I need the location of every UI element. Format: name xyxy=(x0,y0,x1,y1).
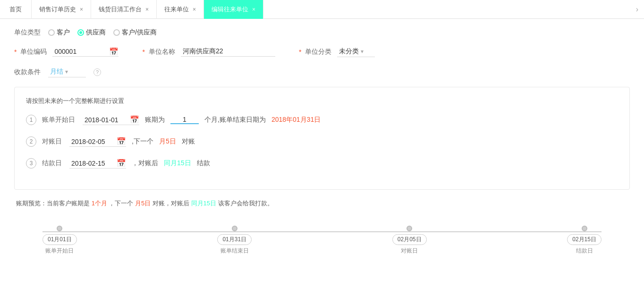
tab-partner[interactable]: 往来单位 × xyxy=(157,0,204,19)
tab-partner-label: 往来单位 xyxy=(164,5,189,14)
radio-customer-label: 客户 xyxy=(57,28,70,37)
timeline-label-2: 对账日 xyxy=(401,247,418,255)
preview-row: 账期预览：当前客户账期是 1个月 ，下一个 月5日 对账，对账后 同月15日 该… xyxy=(14,199,630,208)
unit-name-star: * xyxy=(142,48,144,56)
step-num-2: 2 xyxy=(26,136,36,147)
step1-suffix: 个月,账单结束日期为 xyxy=(204,116,266,124)
radio-both-circle xyxy=(113,29,120,36)
timeline-nodes: 01月01日 账单开始日 01月31日 账单结束日 02月05日 对账日 02月… xyxy=(14,226,630,255)
radio-both-label: 客户/供应商 xyxy=(122,28,157,37)
timeline-dot-3 xyxy=(582,226,587,231)
step-num-3: 3 xyxy=(26,158,36,169)
step3-suffix: 结款 xyxy=(197,159,210,168)
step1-mid-text: 账期为 xyxy=(145,116,165,124)
tabs-bar: 首页 销售订单历史 × 钱货日清工作台 × 往来单位 × 编辑往来单位 × › xyxy=(0,0,644,19)
unit-name-input[interactable] xyxy=(181,47,275,57)
preview-mid2: 对账，对账后 xyxy=(153,200,189,207)
payment-value: 月结 xyxy=(50,68,63,76)
step3-prefix: ，对账后 xyxy=(132,159,158,168)
payment-help-icon[interactable]: ? xyxy=(93,68,101,76)
step-row-2: 2 对账日 📅 ,下一个 月5日 对账 xyxy=(26,136,618,147)
preview-highlight3: 同月15日 xyxy=(191,200,216,207)
tab-home-label: 首页 xyxy=(9,5,22,14)
preview-mid1: ，下一个 xyxy=(109,200,133,207)
unit-code-icon[interactable]: 📅 xyxy=(109,47,119,56)
tab-edit-partner-close[interactable]: × xyxy=(252,6,255,13)
step1-period-input[interactable] xyxy=(170,116,199,124)
preview-suffix: 该客户会给我打款。 xyxy=(218,200,273,207)
tabs-arrow[interactable]: › xyxy=(630,5,644,14)
unit-code-group: * 单位编码 📅 xyxy=(14,47,119,57)
step2-date-input[interactable] xyxy=(69,137,117,146)
unit-type-row: 单位类型 客户 供应商 客户/供应商 xyxy=(14,28,630,37)
radio-group: 客户 供应商 客户/供应商 xyxy=(48,28,157,37)
tab-edit-partner[interactable]: 编辑往来单位 × xyxy=(204,0,263,19)
unit-type-label: 单位类型 xyxy=(14,28,41,37)
unit-class-label: 单位分类 xyxy=(305,48,331,56)
payment-select[interactable]: 月结 ▾ xyxy=(48,67,86,77)
section-box: 请按照未来的一个完整帐期进行设置 1 账单开始日 📅 账期为 个月,账单结束日期… xyxy=(14,87,630,190)
step-label-1: 账单开始日 xyxy=(42,116,75,124)
step2-calendar-icon[interactable]: 📅 xyxy=(117,137,126,146)
step1-date-input[interactable] xyxy=(83,115,130,125)
tab-cash-work-close[interactable]: × xyxy=(145,6,149,13)
tab-home[interactable]: 首页 xyxy=(0,0,32,19)
unit-code-input-wrapper: 📅 xyxy=(52,47,119,57)
timeline-dot-0 xyxy=(57,226,62,231)
tab-cash-work[interactable]: 钱货日清工作台 × xyxy=(91,0,157,19)
timeline-node-1: 01月31日 账单结束日 xyxy=(217,226,252,255)
tab-sales-history-label: 销售订单历史 xyxy=(39,5,76,14)
timeline-dot-2 xyxy=(407,226,412,231)
timeline-label-1: 账单结束日 xyxy=(220,247,249,255)
step-label-3: 结款日 xyxy=(42,159,62,168)
step2-date-wrapper: 📅 xyxy=(69,137,126,147)
radio-supplier[interactable]: 供应商 xyxy=(77,28,106,37)
timeline-label-3: 结款日 xyxy=(576,247,593,255)
timeline-node-0: 01月01日 账单开始日 xyxy=(42,226,77,255)
step1-date-wrapper: 📅 xyxy=(83,115,139,125)
timeline-label-0: 账单开始日 xyxy=(45,247,74,255)
step-label-2: 对账日 xyxy=(42,137,62,146)
step2-suffix: 对账 xyxy=(182,137,195,146)
radio-supplier-circle xyxy=(77,29,84,36)
preview-highlight2: 月5日 xyxy=(135,200,151,207)
unit-class-select[interactable]: 未分类 ▾ xyxy=(337,46,375,57)
tab-partner-close[interactable]: × xyxy=(193,6,196,13)
unit-name-label: 单位名称 xyxy=(149,48,175,56)
tab-sales-history-close[interactable]: × xyxy=(80,6,83,13)
timeline-container: 01月01日 账单开始日 01月31日 账单结束日 02月05日 对账日 02月… xyxy=(14,221,630,269)
timeline-date-3: 02月15日 xyxy=(567,234,602,245)
unit-class-chevron: ▾ xyxy=(361,48,364,55)
step-row-1: 1 账单开始日 📅 账期为 个月,账单结束日期为 2018年01月31日 xyxy=(26,115,618,125)
unit-code-label: 单位编码 xyxy=(20,48,47,56)
radio-customer-circle xyxy=(48,29,55,36)
payment-chevron: ▾ xyxy=(65,68,68,75)
step3-date-input[interactable] xyxy=(69,159,117,168)
timeline-date-1: 01月31日 xyxy=(217,234,252,245)
step-num-1: 1 xyxy=(26,115,36,125)
radio-supplier-label: 供应商 xyxy=(86,28,106,37)
tab-sales-history[interactable]: 销售订单历史 × xyxy=(32,0,91,19)
payment-label: 收款条件 xyxy=(14,68,41,76)
main-content: 单位类型 客户 供应商 客户/供应商 * 单位编码 📅 xyxy=(0,19,644,287)
section-desc: 请按照未来的一个完整帐期进行设置 xyxy=(26,97,618,105)
step1-calendar-icon[interactable]: 📅 xyxy=(130,115,139,124)
timeline-date-0: 01月01日 xyxy=(42,234,77,245)
timeline-date-2: 02月05日 xyxy=(392,234,427,245)
step2-highlight-day: 月5日 xyxy=(159,137,176,146)
preview-prefix: 账期预览：当前客户账期是 xyxy=(16,200,90,207)
step3-highlight-day: 同月15日 xyxy=(164,159,191,168)
step1-highlight-date: 2018年01月31日 xyxy=(271,116,321,124)
timeline-node-2: 02月05日 对账日 xyxy=(392,226,427,255)
radio-customer[interactable]: 客户 xyxy=(48,28,70,37)
tab-edit-partner-label: 编辑往来单位 xyxy=(212,5,248,14)
unit-fields-row: * 单位编码 📅 * 单位名称 * 单位分类 未分类 ▾ xyxy=(14,46,630,57)
radio-both[interactable]: 客户/供应商 xyxy=(113,28,157,37)
unit-code-star: * xyxy=(14,48,17,56)
step3-calendar-icon[interactable]: 📅 xyxy=(117,159,126,168)
step-row-3: 3 结款日 📅 ，对账后 同月15日 结款 xyxy=(26,158,618,169)
payment-row: 收款条件 月结 ▾ ? xyxy=(14,67,630,77)
unit-class-star: * xyxy=(299,48,301,56)
step2-prefix: ,下一个 xyxy=(132,137,153,146)
unit-code-input[interactable] xyxy=(52,47,109,56)
